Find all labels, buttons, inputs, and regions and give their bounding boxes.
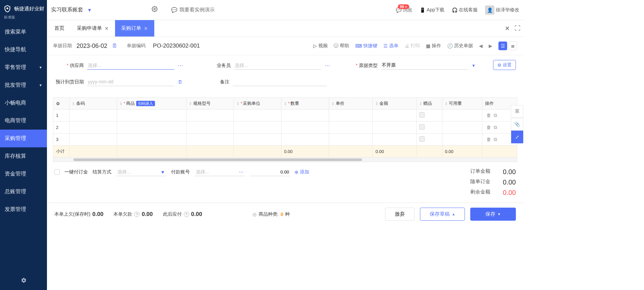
tab-2[interactable]: 采购订单✕ [115,20,154,37]
add-payment-button[interactable]: ⊕添加 [294,169,309,175]
table-row[interactable]: 2🗑⧉ [53,122,517,134]
copy-icon[interactable]: ⧉ [494,137,497,142]
account-settings-icon[interactable] [152,6,158,14]
tab-0[interactable]: 首页 [48,20,71,37]
chevron-down-icon[interactable]: ▼ [472,63,476,68]
gift-checkbox[interactable] [419,112,425,118]
cell-avail[interactable] [442,134,482,146]
pay-account-select[interactable]: 选择... ⋯ [195,168,245,176]
cell-unit[interactable] [234,110,281,122]
delete-icon[interactable]: 🗑 [486,137,491,142]
cell-unit[interactable] [234,134,281,146]
cell-barcode[interactable] [69,122,117,134]
save-button[interactable]: 保存▼ [470,208,516,221]
th-barcode[interactable]: ▲▼条码 [69,98,117,110]
view-list-icon[interactable]: ≣ [508,42,517,50]
shortcuts-button[interactable]: ⌨快捷键 [355,43,377,49]
delete-icon[interactable]: 🗑 [486,113,491,118]
sidebar-item-4[interactable]: 小畅电商 [0,94,47,112]
sidebar-item-5[interactable]: 电商管理 [0,112,47,130]
cell-qty[interactable] [281,122,329,134]
onekey-checkbox[interactable] [54,169,60,175]
sidebar-item-7[interactable]: 库存核算 [0,147,47,165]
cell-amount[interactable] [373,110,417,122]
th-product[interactable]: ▲▼*商品扫码录入 [117,98,186,110]
invoice-input[interactable] [381,61,468,70]
sidebar-item-3[interactable]: 批发管理▼ [0,76,47,94]
user-menu[interactable]: 👤 徐泽华修改 [485,5,519,15]
rail-expand-icon[interactable]: ⤢ [511,131,523,143]
cell-price[interactable] [329,134,373,146]
cell-avail[interactable] [442,122,482,134]
cell-product[interactable] [117,134,186,146]
calendar-icon[interactable]: 🗓 [178,79,182,85]
sidebar-item-9[interactable]: 总账管理 [0,183,47,201]
sidebar-settings-icon[interactable] [0,272,47,290]
messages-button[interactable]: 99 + 💬 消息 [396,7,412,13]
remark-input[interactable] [233,78,327,86]
cell-qty[interactable] [281,134,329,146]
print-button[interactable]: 🖨打印 [405,43,420,49]
th-qty[interactable]: ▲▼*数量 [281,98,329,110]
close-icon[interactable]: ✕ [144,26,148,31]
cell-barcode[interactable] [69,110,117,122]
help-icon[interactable]: ? [134,212,140,217]
close-icon[interactable]: ✕ [105,26,109,31]
scan-tag[interactable]: 扫码录入 [136,101,155,106]
copy-icon[interactable]: ⧉ [494,113,497,118]
prev-doc-icon[interactable]: ◀ [479,43,483,49]
cell-spec[interactable] [186,122,234,134]
settle-select[interactable]: 选择... ▼ [116,168,166,176]
cell-barcode[interactable] [69,134,117,146]
cell-product[interactable] [117,110,186,122]
gift-checkbox[interactable] [419,124,425,130]
supplier-input[interactable] [87,61,174,70]
cell-spec[interactable] [186,134,234,146]
cell-spec[interactable] [186,110,234,122]
cell-product[interactable] [117,122,186,134]
cell-amount[interactable] [373,122,417,134]
form-settings-button[interactable]: ⚙设置 [493,60,516,70]
calendar-icon[interactable]: 🗓 [112,43,117,49]
cell-price[interactable] [329,110,373,122]
cell-qty[interactable] [281,110,329,122]
salesman-input[interactable] [234,61,321,70]
doc-date[interactable]: 2023-06-02 [76,43,107,50]
th-amount[interactable]: ▲▼金额 [373,98,417,110]
app-download-button[interactable]: 📱 App下载 [420,7,444,13]
save-draft-button[interactable]: 保存草稿▲ [420,208,465,221]
history-button[interactable]: 🕘历史单据 [447,43,473,49]
cell-price[interactable] [329,122,373,134]
cell-gift[interactable] [417,122,442,134]
fullscreen-icon[interactable]: ⛶ [515,25,521,32]
rail-draft-button[interactable]: 草 [511,105,523,118]
table-hscroll[interactable] [53,157,517,162]
tab-1[interactable]: 采购申请单✕ [71,20,115,37]
supplier-more-icon[interactable]: ⋯ [178,62,184,69]
th-price[interactable]: ▲▼单价 [329,98,373,110]
th-gear[interactable]: ⚙ [53,98,69,110]
tabs-close-icon[interactable]: ✕ [505,25,510,32]
help-icon[interactable]: ? [184,212,189,217]
sidebar-item-10[interactable]: 发票管理 [0,201,47,218]
next-doc-icon[interactable]: ▶ [489,43,492,49]
arrival-input[interactable] [87,78,174,86]
demo-link[interactable]: 💬 我要看实例演示 [171,7,215,13]
cell-unit[interactable] [234,122,281,134]
sidebar-item-6[interactable]: 采购管理 [0,130,47,147]
copy-icon[interactable]: ⧉ [494,125,497,130]
sidebar-item-2[interactable]: 零售管理▼ [0,59,47,76]
th-avail[interactable]: ▲▼可用量 [442,98,482,110]
table-row[interactable]: 1🗑⧉ [53,110,517,122]
help-button[interactable]: ⓘ帮助 [334,43,349,49]
select-button[interactable]: ☰选单 [383,43,398,49]
discard-button[interactable]: 放弃 [385,208,415,221]
table-row[interactable]: 3🗑⧉ [53,134,517,146]
view-form-icon[interactable]: ☰ [498,42,507,50]
cell-avail[interactable] [442,110,482,122]
payment-amount-input[interactable] [250,168,290,176]
cell-gift[interactable] [417,110,442,122]
cell-gift[interactable] [417,134,442,146]
account-set-selector[interactable]: 实习联系账套 ▼ [51,6,152,13]
gift-checkbox[interactable] [419,136,425,142]
